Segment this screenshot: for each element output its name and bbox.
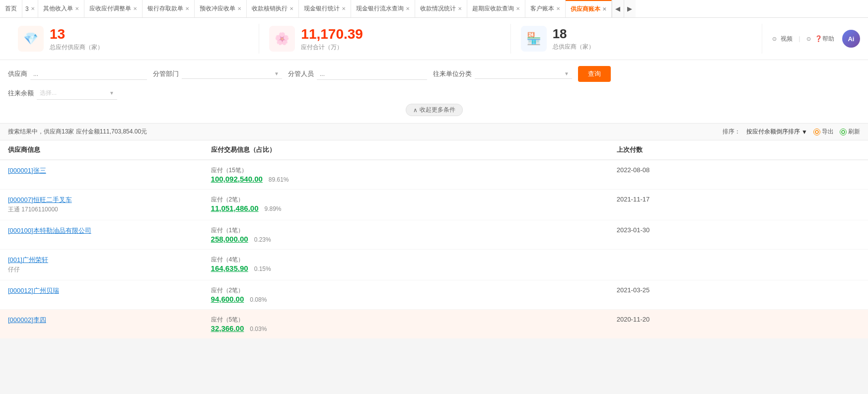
collapse-label: 收起更多条件: [420, 106, 455, 114]
nav-tab-customer-ledger-label: 客户账本: [530, 4, 554, 13]
table-row: [001]广州荣轩 仔仔 应付（4笔） 164,635.90 0.15%: [0, 250, 868, 280]
last-payment-0: 2022-08-08: [617, 166, 860, 174]
nav-tab-3[interactable]: 3 ✕: [22, 0, 38, 17]
nav-tab-adjustment-close[interactable]: ✕: [133, 6, 137, 11]
trans-info-1: 应付（2笔） 11,051,486.00 9.89%: [211, 196, 617, 212]
col-last-payment: 上次付数: [617, 145, 860, 154]
trans-amount-3[interactable]: 164,635.90: [211, 264, 248, 272]
payable-suppliers-icon: 💎: [18, 26, 44, 52]
balance-select-text: 选择...: [40, 89, 107, 97]
trans-pct-1: 9.89%: [265, 205, 282, 212]
nav-tab-advance[interactable]: 预收冲应收单 ✕: [195, 0, 247, 17]
nav-tab-supplier-ledger[interactable]: 供应商账本 ✕: [566, 0, 612, 17]
nav-tab-adjustment[interactable]: 应收应付调整单 ✕: [84, 0, 143, 17]
trans-amount-4[interactable]: 94,600.00: [211, 295, 244, 303]
trans-amount-2[interactable]: 258,000.00: [211, 235, 248, 243]
nav-tab-advance-close[interactable]: ✕: [237, 6, 241, 11]
query-button[interactable]: 查询: [578, 66, 611, 82]
dept-select[interactable]: ▼: [182, 69, 282, 79]
supplier-link-0[interactable]: [000001]张三: [8, 167, 46, 174]
nav-tab-bank-deposit-close[interactable]: ✕: [185, 6, 189, 11]
category-label: 往来单位分类: [433, 69, 472, 78]
supplier-info-0: [000001]张三: [8, 166, 211, 176]
nav-tab-customer-ledger[interactable]: 客户账本 ✕: [525, 0, 566, 17]
nav-tab-home[interactable]: 首页: [0, 0, 22, 17]
supplier-input[interactable]: [30, 68, 147, 80]
trans-label-2: 应付（1笔）: [211, 226, 617, 235]
table-row: [000007]恒旺二手叉车 王通 17106110000 应付（2笔） 11,…: [0, 190, 868, 220]
supplier-link-2[interactable]: [000100]本特勒油品有限公司: [8, 227, 91, 234]
link-sep: ｜: [796, 35, 802, 43]
nav-tab-overdue-close[interactable]: ✕: [516, 6, 520, 11]
nav-tab-cashbank-flow-close[interactable]: ✕: [406, 6, 410, 11]
balance-chevron-icon: ▼: [109, 90, 114, 96]
nav-tab-other-income-close[interactable]: ✕: [75, 6, 79, 11]
nav-tab-bank-deposit-label: 银行存取款单: [147, 4, 183, 13]
sort-chevron-icon: ▼: [801, 129, 807, 135]
nav-tab-supplier-ledger-close[interactable]: ✕: [602, 6, 606, 12]
filter-person: 分管人员: [288, 68, 427, 80]
nav-tab-customer-ledger-close[interactable]: ✕: [556, 6, 560, 11]
nav-tab-other-income[interactable]: 其他收入单 ✕: [38, 0, 84, 17]
nav-tab-bank-deposit[interactable]: 银行存取款单 ✕: [143, 0, 195, 17]
trans-pct-3: 0.15%: [254, 265, 271, 272]
nav-tab-cashbank-stats-close[interactable]: ✕: [342, 6, 346, 11]
refresh-button[interactable]: 刷新: [840, 128, 860, 136]
table-row: [000002]李四 应付（5笔） 32,366.00 0.03% 2020-1…: [0, 310, 868, 339]
export-label: 导出: [822, 128, 834, 136]
nav-tab-cashbank-flow-label: 现金银行流水查询: [356, 4, 404, 13]
video-icon: ⊙: [772, 36, 777, 42]
ai-button[interactable]: Ai: [842, 30, 860, 48]
sort-select[interactable]: 按应付余额倒序排序 ▼: [746, 128, 807, 136]
trans-amount-1[interactable]: 11,051,486.00: [211, 204, 259, 212]
help-link[interactable]: ❓帮助: [815, 35, 834, 43]
trans-amount-0[interactable]: 100,092,540.00: [211, 175, 263, 183]
supplier-link-4[interactable]: [000012]广州贝瑞: [8, 287, 59, 294]
nav-tab-cashbank-stats[interactable]: 现金银行统计 ✕: [299, 0, 351, 17]
table-header: 供应商信息 应付交易信息（占比） 上次付数: [0, 140, 868, 160]
trans-info-4: 应付（2笔） 94,600.00 0.08%: [211, 286, 617, 303]
supplier-link-1[interactable]: [000007]恒旺二手叉车: [8, 196, 72, 203]
category-select[interactable]: ▼: [475, 69, 572, 79]
video-link[interactable]: 视频: [781, 35, 793, 43]
nav-next-arrow[interactable]: ▶: [624, 0, 636, 17]
nav-tab-other-income-label: 其他收入单: [43, 4, 73, 13]
nav-tab-collection[interactable]: 收款核销执行 ✕: [247, 0, 299, 17]
nav-tab-collection-stats[interactable]: 收款情况统计 ✕: [415, 0, 467, 17]
last-payment-4: 2021-03-25: [617, 286, 860, 294]
sort-value: 按应付余额倒序排序: [746, 128, 800, 136]
supplier-link-3[interactable]: [001]广州荣轩: [8, 256, 48, 263]
refresh-label: 刷新: [848, 128, 860, 136]
table-row: [000100]本特勒油品有限公司 应付（1笔） 258,000.00 0.23…: [0, 220, 868, 250]
trans-label-0: 应付（15笔）: [211, 166, 617, 175]
payable-total-label: 应付合计（万）: [301, 43, 363, 52]
trans-info-0: 应付（15笔） 100,092,540.00 89.61%: [211, 166, 617, 183]
collapse-button[interactable]: ∧ 收起更多条件: [406, 104, 463, 116]
nav-tab-3-close[interactable]: ✕: [31, 6, 35, 11]
nav-tab-overdue[interactable]: 超期应收款查询 ✕: [467, 0, 525, 17]
nav-tab-collection-close[interactable]: ✕: [289, 6, 293, 11]
total-suppliers-label: 总供应商（家）: [553, 43, 594, 51]
result-bar: 搜索结果中，供应商13家 应付金额111,703,854.00元 排序： 按应付…: [0, 124, 868, 140]
trans-amount-5[interactable]: 32,366.00: [211, 324, 244, 332]
filter-area: 供应商 分管部门 ▼ 分管人员 往来单位分类 ▼ 查询: [0, 60, 868, 124]
export-button[interactable]: 导出: [813, 128, 834, 136]
nav-tab-collection-stats-close[interactable]: ✕: [458, 6, 462, 11]
trans-row-4: 94,600.00 0.08%: [211, 295, 617, 303]
balance-select[interactable]: 选择... ▼: [37, 87, 117, 100]
trans-pct-2: 0.23%: [254, 236, 271, 243]
supplier-info-5: [000002]李四: [8, 316, 211, 326]
top-nav: 首页 3 ✕ 其他收入单 ✕ 应收应付调整单 ✕ 银行存取款单 ✕ 预收冲应收单…: [0, 0, 868, 18]
nav-tab-advance-label: 预收冲应收单: [200, 4, 235, 13]
person-input[interactable]: [317, 68, 427, 80]
help-icon: ⊙: [806, 36, 811, 42]
nav-tab-cashbank-flow[interactable]: 现金银行流水查询 ✕: [351, 0, 415, 17]
total-suppliers-icon: 🏪: [521, 26, 547, 52]
nav-prev-arrow[interactable]: ◀: [612, 0, 624, 17]
svg-point-1: [842, 131, 845, 133]
category-chevron-icon: ▼: [564, 71, 569, 76]
result-actions: 排序： 按应付余额倒序排序 ▼ 导出 刷新: [723, 128, 860, 136]
supplier-link-5[interactable]: [000002]李四: [8, 316, 46, 324]
trans-pct-4: 0.08%: [250, 296, 267, 303]
nav-tab-overdue-label: 超期应收款查询: [472, 4, 514, 13]
